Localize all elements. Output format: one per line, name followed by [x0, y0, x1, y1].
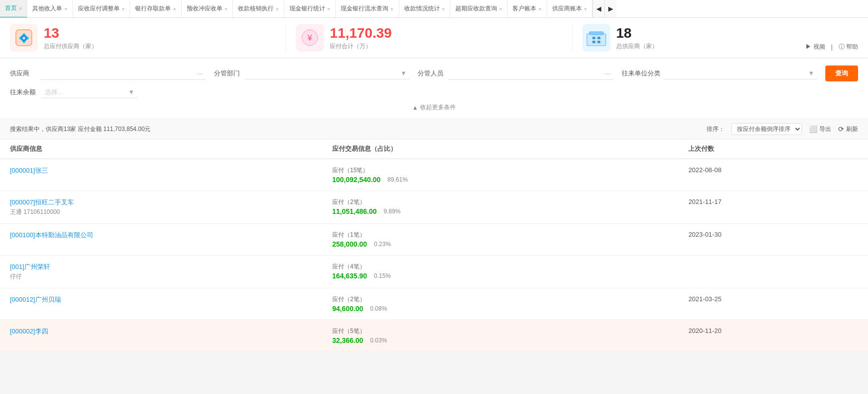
nav-tab-supplierbook-label: 供应商账本: [552, 4, 582, 13]
cell-supplier-row-000012: [000012]广州贝瑞: [10, 295, 332, 304]
nav-tab-home[interactable]: 首页 ×: [0, 0, 27, 18]
stat-text-payable-suppliers: 13 总应付供应商（家）: [44, 25, 97, 51]
nav-tab-receivestat-close[interactable]: ×: [442, 6, 445, 12]
nav-tab-advance[interactable]: 预收冲应收单 ×: [182, 0, 233, 18]
supplier-link-row-000007[interactable]: [000007]恒旺二手叉车: [10, 198, 74, 206]
stat-number-total-suppliers: 18: [616, 25, 658, 41]
nav-tab-advance-close[interactable]: ×: [224, 6, 227, 12]
person-dots-btn[interactable]: ···: [605, 69, 611, 77]
nav-tab-overdue-close[interactable]: ×: [499, 6, 502, 12]
nav-tab-adjust[interactable]: 应收应付调整单 ×: [73, 0, 130, 18]
collapse-button[interactable]: ▲ 收起更多条件: [10, 103, 858, 112]
svg-rect-8: [592, 41, 595, 43]
person-input[interactable]: [451, 69, 605, 77]
search-field-person: 分管人员 ···: [418, 67, 614, 80]
table-row: [000002]李四 应付（5笔） 32,366.00 0.03% 2020-1…: [0, 320, 868, 352]
refresh-button[interactable]: ⟳ 刷新: [838, 125, 858, 133]
nav-tab-verify-label: 收款核销执行: [238, 4, 274, 13]
supplier-input-wrap[interactable]: ···: [41, 67, 206, 80]
supplier-input[interactable]: [44, 69, 197, 77]
supplier-dots-btn[interactable]: ···: [197, 69, 203, 77]
cell-transaction-row-000100: 应付（1笔） 258,000.00 0.23%: [332, 231, 688, 248]
cell-lastpay-row-000001: 2022-08-08: [688, 166, 858, 174]
col-header-lastpay: 上次付数: [688, 144, 858, 153]
nav-arrow-right[interactable]: ▶: [604, 0, 616, 18]
table-header: 供应商信息 应付交易信息（占比） 上次付数: [0, 139, 868, 159]
balance-select-wrap2[interactable]: ▼: [42, 86, 138, 98]
table-row: [000100]本特勤油品有限公司 应付（1笔） 258,000.00 0.23…: [0, 224, 868, 256]
stat-number-payable-suppliers: 13: [44, 25, 97, 41]
cell-supplier-row-000007: [000007]恒旺二手叉车 王通 17106110000: [10, 198, 332, 216]
cell-lastpay-row-000012: 2021-03-25: [688, 295, 858, 303]
nav-tab-overdue[interactable]: 超期应收款查询 ×: [450, 0, 507, 18]
nav-tab-supplierbook[interactable]: 供应商账本 ×: [547, 0, 592, 18]
last-pay-date-row-000012: 2021-03-25: [688, 295, 722, 303]
nav-tab-income-close[interactable]: ×: [64, 6, 67, 12]
dept-dropdown-icon[interactable]: ▼: [400, 69, 407, 77]
nav-tab-custbook[interactable]: 客户账本 ×: [507, 0, 547, 18]
balance-input[interactable]: [45, 88, 128, 96]
category-dropdown-icon[interactable]: ▼: [808, 69, 814, 77]
nav-tab-cashflow[interactable]: 现金银行流水查询 ×: [336, 0, 399, 18]
nav-tab-verify[interactable]: 收款核销执行 ×: [233, 0, 284, 18]
cell-lastpay-row-000007: 2021-11-17: [688, 198, 858, 205]
sort-select[interactable]: 按应付余额倒序排序 按应付余额正序排序: [731, 123, 802, 135]
results-bar: 搜索结果中，供应商13家 应付金额 111,703,854.00元 排序： 按应…: [0, 119, 868, 139]
nav-tab-receivestat[interactable]: 收款情况统计 ×: [399, 0, 450, 18]
col-header-supplier: 供应商信息: [10, 144, 332, 153]
refresh-label: 刷新: [846, 125, 858, 133]
transaction-label-row-000001: 应付（15笔）: [332, 166, 688, 175]
video-link[interactable]: ▶ 视频: [805, 43, 825, 51]
nav-tab-cashflow-close[interactable]: ×: [390, 6, 393, 12]
category-input-wrap[interactable]: ▼: [663, 67, 818, 79]
last-pay-date-row-000007: 2021-11-17: [688, 198, 722, 205]
transaction-pct-row-000100: 0.23%: [374, 241, 391, 248]
nav-tab-custbook-close[interactable]: ×: [538, 6, 541, 12]
svg-text:💠: 💠: [18, 33, 30, 44]
category-input[interactable]: [666, 69, 808, 77]
nav-tab-custbook-label: 客户账本: [512, 4, 536, 13]
category-label: 往来单位分类: [622, 69, 660, 78]
supplier-link-row-000100[interactable]: [000100]本特勤油品有限公司: [10, 231, 93, 239]
balance-dropdown-icon[interactable]: ▼: [128, 88, 135, 96]
dept-input[interactable]: [248, 69, 401, 77]
transaction-pct-row-000007: 9.89%: [384, 208, 401, 215]
stat-icon-total-suppliers: [582, 24, 610, 52]
supplier-label: 供应商: [10, 69, 38, 78]
search-field-category: 往来单位分类 ▼: [622, 67, 818, 79]
person-input-wrap[interactable]: ···: [448, 67, 614, 80]
nav-tab-income[interactable]: 其他收入单 ×: [27, 0, 72, 18]
help-link[interactable]: ⓘ 帮助: [839, 43, 858, 51]
nav-tab-home-close[interactable]: ×: [19, 5, 22, 11]
supplier-link-row-001[interactable]: [001]广州荣轩: [10, 263, 50, 270]
supplier-link-row-000001[interactable]: [000001]张三: [10, 167, 48, 174]
dept-input-wrap[interactable]: ▼: [245, 67, 410, 79]
export-button[interactable]: ⬜ 导出: [809, 125, 831, 133]
transaction-label-row-001: 应付（4笔）: [332, 263, 688, 271]
transaction-amount-row-000002: 32,366.00: [332, 336, 363, 344]
nav-tab-verify-close[interactable]: ×: [276, 6, 279, 12]
supplier-sub-row-000007: 王通 17106110000: [10, 208, 332, 216]
nav-tab-cashstat-close[interactable]: ×: [327, 6, 330, 12]
supplier-link-row-000002[interactable]: [000002]李四: [10, 328, 48, 335]
nav-tab-cashstat[interactable]: 现金银行统计 ×: [285, 0, 336, 18]
nav-tab-bank[interactable]: 银行存取款单 ×: [130, 0, 181, 18]
stat-text-payable-amount: 11,170.39 应付合计（万）: [330, 25, 392, 51]
query-button[interactable]: 查询: [825, 66, 858, 81]
table-row: [001]广州荣轩 仔仔 应付（4笔） 164,635.90 0.15%: [0, 256, 868, 288]
nav-tab-adjust-close[interactable]: ×: [122, 6, 125, 12]
supplier-link-row-000012[interactable]: [000012]广州贝瑞: [10, 296, 61, 303]
collapse-label: 收起更多条件: [420, 103, 456, 112]
svg-rect-4: [587, 34, 606, 46]
nav-arrow-left[interactable]: ◀: [592, 0, 604, 18]
svg-text:¥: ¥: [307, 34, 312, 42]
stat-card-payable-amount: ¥ 11,170.39 应付合计（万）: [286, 24, 572, 52]
search-area: 供应商 ··· 分管部门 ▼ 分管人员 ··· 往来单位分类: [0, 59, 868, 119]
table-body: [000001]张三 应付（15笔） 100,092,540.00 89.61%…: [0, 159, 868, 352]
cell-lastpay-row-000002: 2020-11-20: [688, 327, 858, 334]
export-label: 导出: [819, 125, 831, 133]
nav-tab-supplierbook-close[interactable]: ×: [584, 6, 587, 12]
nav-tab-bank-close[interactable]: ×: [173, 6, 176, 12]
cell-transaction-row-000001: 应付（15笔） 100,092,540.00 89.61%: [332, 166, 688, 184]
svg-rect-9: [597, 41, 600, 43]
